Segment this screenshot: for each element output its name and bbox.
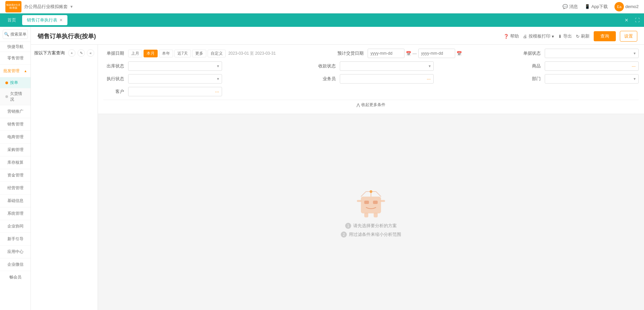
sidebar-item-retail-label: 零售管理 (7, 56, 23, 60)
main-layout: 🔍 搜索菜单 快捷导航 零售管理 批发管理 ▲ 按单 欠货情况 营销推 (0, 27, 644, 310)
ship-status-dropdown-icon: ▾ (217, 64, 219, 68)
collection-status-select[interactable]: ▾ (340, 61, 434, 71)
sidebar-item-sales[interactable]: 销售管理 (0, 118, 31, 131)
empty-hint-1: 1 请先选择要分析的方案 (345, 223, 397, 229)
sidebar-sub-item-order[interactable]: 按单 (0, 77, 31, 88)
department-select[interactable]: ▾ (545, 74, 639, 84)
message-btn[interactable]: 💬 消息 (562, 4, 578, 10)
sidebar-item-system[interactable]: 系统管理 (0, 207, 31, 220)
close-window-btn[interactable]: ✕ (623, 16, 631, 24)
goods-ellipsis-btn[interactable]: ··· (632, 63, 636, 69)
customer-label: 客户 (103, 89, 127, 95)
sidebar-search: 🔍 搜索菜单 (0, 27, 31, 42)
exec-status-label: 执行状态 (103, 76, 127, 82)
sidebar-item-retail[interactable]: 零售管理 (0, 52, 31, 64)
sidebar-item-finance[interactable]: 资金管理 (0, 169, 31, 182)
svg-rect-2 (373, 201, 378, 204)
expected-date-label: 预计交货日期 (337, 50, 366, 56)
tab-sales-order-label: 销售订单执行表 (27, 17, 57, 23)
hint-text-2: 用过滤条件来缩小分析范围 (349, 231, 401, 238)
add-scheme-btn[interactable]: + (68, 49, 75, 57)
empty-state: 1 请先选择要分析的方案 2 用过滤条件来缩小分析范围 (98, 114, 644, 310)
date-btn-custom[interactable]: 自定义 (208, 50, 226, 57)
salesperson-label: 业务员 (318, 76, 338, 82)
sidebar-item-purchase-label: 采购管理 (7, 147, 23, 152)
collection-status-label: 收款状态 (318, 63, 338, 69)
industry-dropdown-icon[interactable]: ▾ (70, 4, 73, 9)
edit-scheme-btn[interactable]: ✎ (77, 49, 85, 57)
date-btn-more[interactable]: 更多 (192, 50, 206, 57)
expected-date-start[interactable] (368, 49, 405, 58)
expand-window-btn[interactable]: ⛶ (633, 16, 641, 24)
sidebar-item-sales-label: 销售管理 (7, 122, 23, 126)
expected-date-end[interactable] (418, 49, 455, 58)
calendar-end-icon: 📅 (457, 51, 462, 56)
sidebar-item-member[interactable]: 畅会员 (0, 271, 31, 283)
sidebar-item-guide[interactable]: 新手引导 (0, 232, 31, 245)
exec-status-select[interactable]: ▾ (128, 74, 222, 84)
tab-close-icon[interactable]: ✕ (59, 18, 63, 22)
goods-label: 商品 (530, 63, 543, 69)
quick-nav-btn[interactable]: 快捷导航 (0, 42, 31, 52)
hint-num-1: 1 (345, 223, 351, 229)
sidebar-item-wholesale-label: 批发管理 (3, 68, 19, 74)
doc-status-select[interactable]: ▾ (545, 49, 639, 58)
doc-status-dropdown-icon: ▾ (634, 51, 636, 56)
search-icon: 🔍 (4, 32, 9, 37)
collapse-btn[interactable]: ⋀ 收起更多条件 (103, 100, 639, 110)
sidebar-item-apps[interactable]: 应用中心 (0, 245, 31, 258)
refresh-label: 刷新 (581, 33, 590, 39)
filter-row-4: 客户 ··· (103, 87, 639, 96)
ship-status-select[interactable]: ▾ (128, 61, 222, 71)
date-btn-this-month[interactable]: 本月 (144, 50, 158, 57)
salesperson-ellipsis-btn[interactable]: ··· (427, 76, 431, 82)
message-icon: 💬 (562, 4, 568, 9)
avatar: Ea (614, 2, 624, 11)
tab-sales-order[interactable]: 销售订单执行表 ✕ (22, 15, 67, 25)
date-btn-this-year[interactable]: 本年 (159, 50, 173, 57)
sidebar-item-enterprise[interactable]: 企业协同 (0, 220, 31, 232)
date-btn-last-month[interactable]: 上月 (128, 50, 142, 57)
print-btn[interactable]: 🖨 按模板打印 ▾ (523, 33, 554, 39)
user-menu[interactable]: Ea demo2 (614, 2, 639, 11)
tab-home[interactable]: 首页 (3, 15, 21, 25)
tab-home-label: 首页 (7, 17, 16, 23)
orange-dot-icon (5, 82, 8, 84)
customer-ellipsis-btn[interactable]: ··· (215, 89, 219, 94)
sidebar-item-operations[interactable]: 经营管理 (0, 182, 31, 194)
sidebar-item-ecommerce[interactable]: 电商管理 (0, 131, 31, 143)
sidebar-item-purchase[interactable]: 采购管理 (0, 143, 31, 156)
help-icon: ❓ (503, 34, 509, 39)
export-btn[interactable]: ⬇ 导出 (558, 33, 572, 39)
salesperson-select[interactable]: ··· (340, 74, 434, 84)
sidebar-item-basic[interactable]: 基础信息 (0, 194, 31, 207)
print-icon: 🖨 (523, 34, 527, 39)
sidebar-item-inventory[interactable]: 库存核算 (0, 156, 31, 169)
sidebar-item-enterprise-label: 企业协同 (7, 224, 23, 228)
svg-rect-0 (361, 197, 381, 213)
sidebar-item-wechat[interactable]: 企业微信 (0, 258, 31, 271)
sidebar-item-operations-label: 经营管理 (7, 186, 23, 190)
page-title: 销售订单执行表(按单) (38, 32, 96, 40)
scheme-panel-label: 按以下方案查询 (34, 50, 65, 56)
collapse-panel-btn[interactable]: « (87, 49, 94, 57)
refresh-btn[interactable]: ↻ 刷新 (576, 33, 590, 39)
query-btn[interactable]: 查询 (594, 31, 616, 41)
scheme-panel-header: 按以下方案查询 + ✎ « (31, 48, 98, 59)
sidebar-item-wholesale[interactable]: 批发管理 ▲ (0, 64, 31, 77)
settings-btn[interactable]: 设置 (620, 31, 637, 42)
goods-select[interactable]: ··· (545, 61, 639, 71)
sidebar-item-marketing[interactable]: 营销推广 (0, 105, 31, 118)
refresh-icon: ↻ (576, 34, 580, 39)
date-btn-7days[interactable]: 近7天 (174, 50, 191, 57)
sidebar-sub-item-debt[interactable]: 欠货情况 (0, 88, 31, 105)
app-download-btn[interactable]: 📱 App下载 (585, 4, 608, 10)
search-menu-btn[interactable]: 🔍 搜索菜单 (3, 30, 28, 39)
help-btn[interactable]: ❓ 帮助 (503, 33, 519, 39)
sidebar-sub-wholesale: 按单 欠货情况 (0, 77, 31, 105)
customer-select[interactable]: ··· (128, 87, 222, 96)
collapse-label: 收起更多条件 (361, 102, 385, 108)
date-label: 单据日期 (103, 50, 127, 56)
department-label: 部门 (530, 76, 543, 82)
filter-row-3: 执行状态 ▾ 业务员 ··· 部门 (103, 74, 639, 84)
